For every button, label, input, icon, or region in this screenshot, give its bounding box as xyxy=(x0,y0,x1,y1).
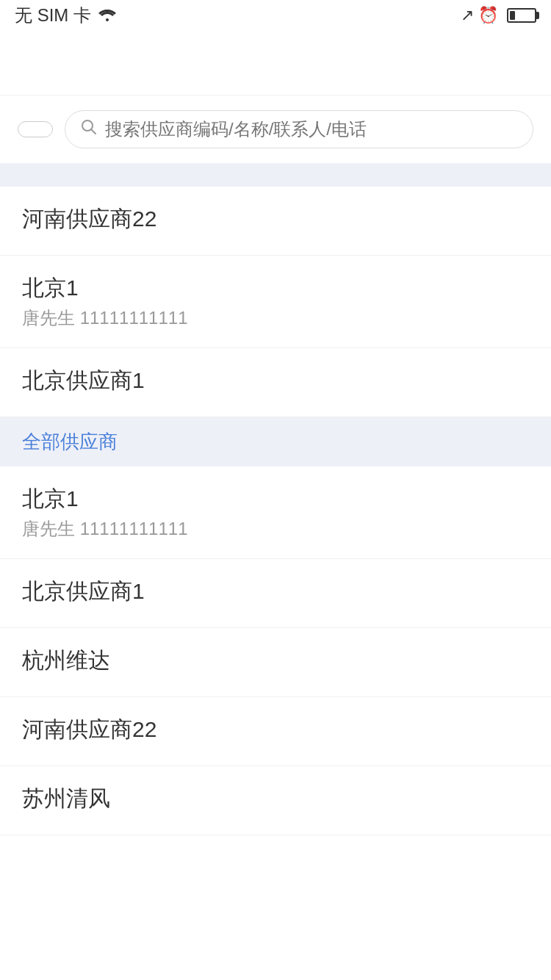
recent-list: 河南供应商22北京1唐先生 11111111111北京供应商1 xyxy=(0,187,551,417)
svg-line-1 xyxy=(92,130,96,134)
search-icon xyxy=(80,118,98,140)
list-item[interactable]: 杭州维达 xyxy=(0,628,551,697)
search-input[interactable] xyxy=(105,119,518,140)
search-box[interactable] xyxy=(65,110,533,148)
nav-bar xyxy=(0,31,551,96)
item-name: 河南供应商22 xyxy=(22,204,529,234)
all-list: 北京1唐先生 11111111111北京供应商1杭州维达河南供应商22苏州清风 xyxy=(0,466,551,835)
list-item[interactable]: 北京1唐先生 11111111111 xyxy=(0,466,551,559)
battery-icon xyxy=(507,8,536,23)
item-name: 北京1 xyxy=(22,484,529,514)
list-item[interactable]: 苏州清风 xyxy=(0,766,551,835)
status-left: 无 SIM 卡 xyxy=(15,4,118,27)
alarm-icon: ⏰ xyxy=(478,6,498,25)
item-name: 北京供应商1 xyxy=(22,577,529,607)
recent-section-header xyxy=(0,163,551,187)
location-icon: ↗ xyxy=(461,6,474,25)
status-bar: 无 SIM 卡 ↗ ⏰ xyxy=(0,0,551,31)
list-item[interactable]: 河南供应商22 xyxy=(0,697,551,766)
sim-status: 无 SIM 卡 xyxy=(15,4,91,27)
status-right: ↗ ⏰ xyxy=(461,6,536,25)
item-name: 苏州清风 xyxy=(22,784,529,814)
list-item[interactable]: 河南供应商22 xyxy=(0,187,551,256)
item-name: 北京1 xyxy=(22,273,529,303)
category-button[interactable] xyxy=(18,121,53,137)
list-item[interactable]: 北京1唐先生 11111111111 xyxy=(0,256,551,348)
item-sub: 唐先生 11111111111 xyxy=(22,306,529,330)
search-area xyxy=(0,96,551,163)
all-section-header: 全部供应商 xyxy=(0,417,551,466)
item-name: 河南供应商22 xyxy=(22,715,529,745)
item-name: 北京供应商1 xyxy=(22,366,529,396)
wifi-icon xyxy=(97,5,118,26)
list-item[interactable]: 北京供应商1 xyxy=(0,559,551,628)
item-sub: 唐先生 11111111111 xyxy=(22,517,529,541)
item-name: 杭州维达 xyxy=(22,646,529,676)
list-item[interactable]: 北京供应商1 xyxy=(0,348,551,417)
